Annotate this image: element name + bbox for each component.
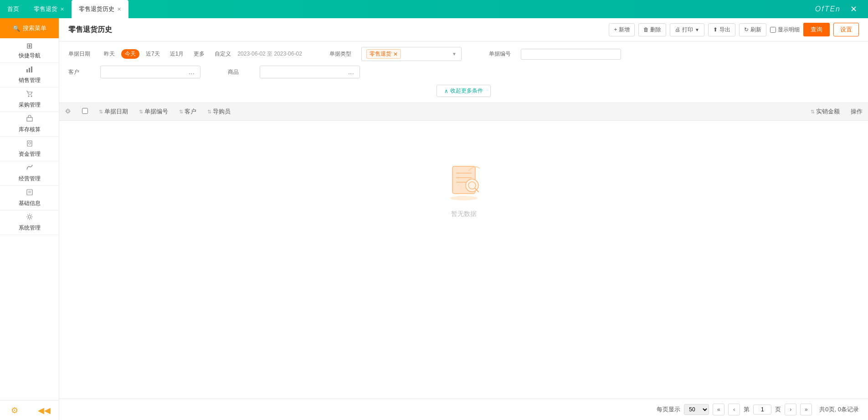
new-button[interactable]: + 新增 — [609, 23, 634, 36]
customer-dots-icon[interactable]: ... — [187, 68, 196, 76]
date-btn-7days[interactable]: 近7天 — [142, 49, 164, 59]
export-icon: ⬆ — [713, 26, 718, 33]
delete-button[interactable]: 🗑 删除 — [638, 23, 666, 36]
page-number-input[interactable] — [753, 405, 771, 415]
svg-rect-5 — [27, 118, 32, 121]
th-spacer — [236, 103, 805, 121]
collapse-row: ∧ 收起更多条件 — [68, 83, 859, 97]
date-range-display: 2023-06-02 至 2023-06-02 — [237, 50, 302, 58]
export-button[interactable]: ⬆ 导出 — [708, 23, 735, 36]
svg-rect-0 — [26, 69, 28, 72]
svg-rect-1 — [29, 68, 30, 72]
sidebar-item-sales-mgmt[interactable]: 销售管理 — [0, 63, 59, 87]
sidebar-item-finance[interactable]: 资金管理 — [0, 137, 59, 161]
empty-state-row: 暂无数据 — [59, 121, 868, 255]
svg-point-4 — [31, 96, 32, 97]
basic-info-icon — [26, 189, 33, 198]
sidebar-item-purchase-mgmt[interactable]: 采购管理 — [0, 87, 59, 112]
per-page-label: 每页显示 — [657, 405, 680, 414]
doc-no-label: 单据编号 — [489, 50, 512, 58]
data-table: 单据日期 单据编号 客户 导购员 实销金额 操作 — [59, 103, 868, 255]
sales-mgmt-icon — [26, 66, 33, 75]
display-detail-checkbox[interactable] — [770, 27, 776, 33]
th-customer[interactable]: 客户 — [174, 103, 202, 121]
customer-input-area[interactable]: ... — [100, 66, 200, 78]
date-filter-label: 单据日期 — [68, 50, 91, 58]
sidebar-item-basic-info[interactable]: 基础信息 — [0, 186, 59, 210]
tab-retail-return-close[interactable]: ✕ — [60, 6, 64, 12]
tab-retail-return-history[interactable]: 零售退货历史 ✕ — [72, 0, 128, 18]
svg-rect-2 — [31, 67, 32, 72]
doc-type-tag: 零售退货 ✕ — [366, 49, 401, 59]
collapse-button[interactable]: ∧ 收起更多条件 — [437, 85, 491, 97]
svg-point-11 — [28, 215, 31, 218]
sidebar-item-quick-nav[interactable]: ⊞ 快捷导航 — [0, 38, 59, 63]
last-page-button[interactable]: » — [800, 404, 812, 415]
tab-retail-return-history-close[interactable]: ✕ — [117, 6, 121, 12]
customer-filter-label: 客户 — [68, 68, 91, 76]
goods-dots-icon[interactable]: ... — [346, 68, 356, 76]
empty-illustration — [441, 157, 487, 203]
goods-input-area[interactable]: ... — [260, 66, 360, 78]
th-settings[interactable] — [59, 103, 77, 121]
query-button[interactable]: 查询 — [803, 23, 830, 36]
total-label: 共0页, 0条记录 — [819, 405, 859, 414]
purchase-mgmt-icon — [26, 90, 33, 99]
date-btn-1month[interactable]: 近1月 — [166, 49, 188, 59]
sidebar-settings-button[interactable]: ⚙ — [6, 402, 23, 419]
sidebar-item-inventory[interactable]: 库存核算 — [0, 112, 59, 137]
date-filter-group: 昨天 今天 近7天 近1月 更多 自定义 2023-06-02 至 2023-0… — [100, 49, 302, 59]
operations-icon — [26, 164, 33, 173]
inventory-icon — [26, 115, 33, 124]
tab-list: 首页 零售退货 ✕ 零售退货历史 ✕ — [0, 0, 815, 18]
content-area: 零售退货历史 + 新增 🗑 删除 🖨 🖨 打印 打印 ▼ ⬆ 导出 ↻ 刷新 — [59, 18, 868, 420]
finance-icon — [26, 139, 33, 149]
per-page-select[interactable]: 10 20 50 100 — [684, 404, 709, 415]
svg-point-13 — [450, 196, 478, 200]
toolbar: + 新增 🗑 删除 🖨 🖨 打印 打印 ▼ ⬆ 导出 ↻ 刷新 — [609, 23, 859, 36]
prev-page-button[interactable]: ‹ — [728, 404, 740, 415]
page-header: 零售退货历史 + 新增 🗑 删除 🖨 🖨 打印 打印 ▼ ⬆ 导出 ↻ 刷新 — [59, 18, 868, 41]
svg-rect-8 — [27, 190, 32, 195]
sidebar-search[interactable]: 🔍 搜索菜单 — [0, 18, 59, 38]
quick-nav-icon: ⊞ — [26, 41, 32, 50]
main-layout: 🔍 搜索菜单 ⊞ 快捷导航 销售管理 采购管理 — [0, 18, 868, 420]
date-btn-more[interactable]: 更多 — [190, 49, 208, 59]
sidebar-bottom: ⚙ ◀◀ — [0, 400, 59, 420]
print-dropdown-icon: ▼ — [695, 27, 699, 32]
th-actions: 操作 — [845, 103, 868, 121]
th-amount[interactable]: 实销金额 — [805, 103, 845, 121]
doc-type-dropdown-icon: ▼ — [452, 51, 457, 56]
th-checkbox[interactable] — [77, 103, 93, 121]
next-page-button[interactable]: › — [785, 404, 796, 415]
tab-home[interactable]: 首页 — [0, 0, 26, 18]
svg-point-7 — [28, 142, 31, 144]
sidebar-item-operations[interactable]: 经营管理 — [0, 161, 59, 186]
th-guide[interactable]: 导购员 — [202, 103, 236, 121]
th-doc-date[interactable]: 单据日期 — [93, 103, 134, 121]
empty-text: 暂无数据 — [451, 210, 477, 218]
sidebar-item-sys-mgmt[interactable]: 系统管理 — [0, 210, 59, 235]
doc-no-input[interactable] — [521, 49, 621, 60]
sidebar: 🔍 搜索菜单 ⊞ 快捷导航 销售管理 采购管理 — [0, 18, 59, 420]
doc-type-tag-close[interactable]: ✕ — [393, 51, 398, 57]
sidebar-volume-button[interactable]: ◀◀ — [36, 402, 52, 419]
page-label: 第 — [744, 405, 750, 414]
refresh-button[interactable]: ↻ 刷新 — [739, 23, 766, 36]
setting-button[interactable]: 设置 — [833, 23, 859, 36]
tab-retail-return[interactable]: 零售退货 ✕ — [26, 0, 72, 18]
sys-mgmt-icon — [26, 213, 33, 222]
date-btn-custom[interactable]: 自定义 — [211, 49, 235, 59]
print-button[interactable]: 🖨 🖨 打印 打印 ▼ — [670, 23, 704, 36]
window-close-button[interactable]: ✕ — [846, 2, 861, 16]
date-btn-yesterday[interactable]: 昨天 — [100, 49, 118, 59]
refresh-icon: ↻ — [744, 26, 749, 33]
first-page-button[interactable]: « — [713, 404, 724, 415]
filter-row-2: 客户 ... 商品 ... — [68, 66, 859, 78]
select-all-checkbox[interactable] — [82, 108, 88, 114]
date-btn-today[interactable]: 今天 — [121, 49, 139, 59]
doc-type-select[interactable]: 零售退货 ✕ ▼ — [361, 47, 462, 61]
svg-rect-6 — [27, 141, 32, 146]
display-detail-checkbox-group: 显示明细 — [770, 26, 800, 34]
th-doc-no[interactable]: 单据编号 — [134, 103, 174, 121]
